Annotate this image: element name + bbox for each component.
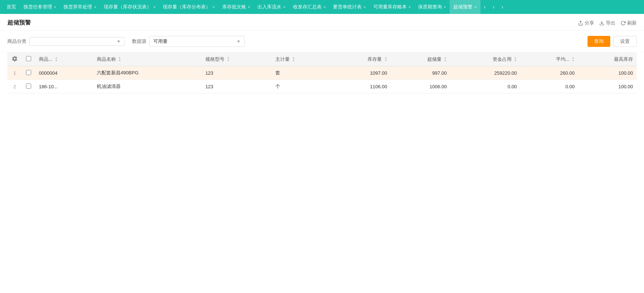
nav-stock-batch[interactable]: 库存批次账 × <box>219 0 254 14</box>
nav-home[interactable]: 首页 <box>3 0 20 14</box>
datasource-label: 数据源 <box>132 38 146 45</box>
close-icon[interactable]: × <box>363 5 366 9</box>
row-stock: 1106.00 <box>331 80 391 93</box>
filter-actions: 查询 设置 <box>588 36 637 47</box>
export-icon <box>599 21 604 26</box>
close-icon[interactable]: × <box>212 5 215 9</box>
col-header-spec[interactable]: 规格型号 ▲▼ <box>202 52 272 66</box>
settings-button[interactable]: 设置 <box>613 36 637 47</box>
query-button[interactable]: 查询 <box>588 36 610 47</box>
row-code: 186-10... <box>35 80 93 93</box>
nav-quality-query[interactable]: 保质期查询 × <box>414 0 450 14</box>
col-header-overflow[interactable]: 超储量 ▲▼ <box>391 52 450 66</box>
col-header-stock[interactable]: 库存量 ▲▼ <box>331 52 391 66</box>
row-unit: 套 <box>272 66 331 80</box>
nav-available-stock[interactable]: 可用量库存账本 × <box>370 0 414 14</box>
nav-collect-summary[interactable]: 收发存汇总表 × <box>289 0 329 14</box>
row-checkbox[interactable] <box>26 70 31 75</box>
col-header-check <box>22 52 35 66</box>
row-code: 0000004 <box>35 66 93 80</box>
close-icon[interactable]: × <box>283 5 285 9</box>
close-icon[interactable]: × <box>323 5 326 9</box>
nav-inout-flow[interactable]: 出入库流水 × <box>254 0 289 14</box>
category-select[interactable]: ▼ <box>29 37 125 46</box>
gear-icon[interactable] <box>12 56 18 62</box>
close-icon[interactable]: × <box>474 5 476 9</box>
row-unit: 个 <box>272 80 331 93</box>
row-avg: 260.00 <box>520 66 578 80</box>
close-icon[interactable]: × <box>248 5 250 9</box>
row-spec: 123 <box>202 80 272 93</box>
header-actions: 分享 导出 刷新 <box>578 20 637 26</box>
row-checkbox[interactable] <box>26 84 31 89</box>
row-name: 机油滤清器 <box>93 80 202 93</box>
page-header: 超储预警 分享 导出 <box>0 14 644 31</box>
sort-icon: ▲▼ <box>384 56 387 62</box>
refresh-icon <box>621 21 626 26</box>
sort-icon: ▲▼ <box>118 56 121 62</box>
datasource-select[interactable]: 可用量 ▼ <box>149 36 245 47</box>
row-overflow: 997.00 <box>391 66 450 80</box>
col-header-capital[interactable]: 资金占用 ▲▼ <box>450 52 520 66</box>
category-filter-group: 商品分类 ▼ <box>7 37 125 46</box>
nav-pick-task[interactable]: 拣货任务管理 × <box>20 0 60 14</box>
row-check <box>22 80 35 93</box>
row-index: 2 <box>7 80 22 93</box>
sort-icon: ▲▼ <box>292 56 295 62</box>
nav-pick-exception[interactable]: 拣货异常处理 × <box>60 0 100 14</box>
close-icon[interactable]: × <box>54 5 56 9</box>
row-overflow: 1006.00 <box>391 80 450 93</box>
nav-stock-dist[interactable]: 现存量（库存分布表） × <box>159 0 218 14</box>
table-row: 1 0000004 六配套新昌490BPG 123 套 1097.00 997.… <box>7 66 637 80</box>
nav-next-arrow[interactable]: › <box>489 0 498 14</box>
refresh-button[interactable]: 刷新 <box>621 20 637 26</box>
row-stock: 1097.00 <box>331 66 391 80</box>
table-body: 1 0000004 六配套新昌490BPG 123 套 1097.00 997.… <box>7 66 637 93</box>
sort-icon: ▲▼ <box>444 56 447 62</box>
row-capital: 0.00 <box>450 80 520 93</box>
sort-icon: ▲▼ <box>55 56 58 62</box>
category-label: 商品分类 <box>7 38 26 45</box>
col-header-avg[interactable]: 平均... ▲▼ <box>520 52 578 66</box>
nav-overstock-warning[interactable]: 超储预警 × <box>450 0 480 14</box>
sort-icon: ▲▼ <box>572 56 575 62</box>
page-title: 超储预警 <box>7 19 31 27</box>
select-all-checkbox[interactable] <box>26 56 31 61</box>
row-name: 六配套新昌490BPG <box>93 66 202 80</box>
filter-bar: 商品分类 ▼ 数据源 可用量 ▼ 查询 设置 <box>0 31 644 52</box>
data-table: 商品... ▲▼ 商品名称 ▲▼ 规格型号 ▲▼ 主计量 ▲▼ <box>7 52 637 93</box>
nav-more-arrow[interactable]: › <box>498 0 507 14</box>
row-index: 1 <box>7 66 22 80</box>
row-avg: 0.00 <box>520 80 578 93</box>
close-icon[interactable]: × <box>409 5 411 9</box>
close-icon[interactable]: × <box>153 5 155 9</box>
row-capital: 259220.00 <box>450 66 520 80</box>
close-icon[interactable]: × <box>94 5 96 9</box>
nav-prev-arrow[interactable]: ‹ <box>480 0 489 14</box>
chevron-down-icon: ▼ <box>117 39 121 44</box>
nav-stock-status[interactable]: 现存量（库存状况表） × <box>100 0 159 14</box>
col-header-maxstock[interactable]: 最高库存 <box>578 52 637 66</box>
chevron-down-icon: ▼ <box>237 39 241 44</box>
datasource-select-value: 可用量 <box>153 38 168 45</box>
col-header-code[interactable]: 商品... ▲▼ <box>35 52 93 66</box>
sort-icon: ▲▼ <box>514 56 517 62</box>
export-button[interactable]: 导出 <box>599 20 615 26</box>
row-maxstock: 100.00 <box>578 66 637 80</box>
nav-demand-stats[interactable]: 要货单统计表 × <box>329 0 369 14</box>
table-row: 2 186-10... 机油滤清器 123 个 1106.00 1006.00 … <box>7 80 637 93</box>
col-header-gear <box>7 52 22 66</box>
share-icon <box>578 21 583 26</box>
share-button[interactable]: 分享 <box>578 20 594 26</box>
sort-icon: ▲▼ <box>227 56 230 62</box>
table-container: 商品... ▲▼ 商品名称 ▲▼ 规格型号 ▲▼ 主计量 ▲▼ <box>0 52 644 93</box>
row-maxstock: 100.00 <box>578 80 637 93</box>
top-nav: 首页 拣货任务管理 × 拣货异常处理 × 现存量（库存状况表） × 现存量（库存… <box>0 0 644 14</box>
page-content: 超储预警 分享 导出 <box>0 14 644 293</box>
datasource-filter-group: 数据源 可用量 ▼ <box>132 36 245 47</box>
row-check <box>22 66 35 80</box>
close-icon[interactable]: × <box>444 5 446 9</box>
col-header-unit[interactable]: 主计量 ▲▼ <box>272 52 331 66</box>
row-spec: 123 <box>202 66 272 80</box>
col-header-name[interactable]: 商品名称 ▲▼ <box>93 52 202 66</box>
